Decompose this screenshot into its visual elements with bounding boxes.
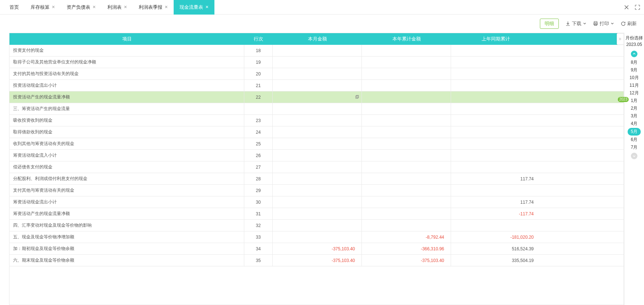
month-item[interactable]: 9月 — [624, 66, 644, 74]
download-button[interactable]: 下载 — [565, 20, 586, 27]
table-row[interactable]: 支付的其他与投资活动有关的现金20 — [9, 68, 624, 80]
cell-year — [362, 80, 451, 91]
cell-last: -181,020.20 — [451, 231, 540, 243]
table-row[interactable]: 吸收投资收到的现金23 — [9, 115, 624, 126]
chevron-down-icon — [583, 22, 586, 26]
table-row[interactable]: 四、汇率变动对现金及现金等价物的影响32 — [9, 220, 624, 231]
month-selector-current: 2023.05 — [626, 42, 642, 47]
cell-item: 四、汇率变动对现金及现金等价物的影响 — [9, 220, 244, 231]
cell-line: 21 — [244, 80, 273, 91]
cell-last — [451, 68, 540, 79]
tab-label: 库存核算 — [31, 4, 50, 11]
cell-item: 吸收投资收到的现金 — [9, 115, 244, 126]
close-icon[interactable]: ✕ — [205, 5, 209, 9]
cell-month — [273, 185, 362, 196]
cell-item: 支付的其他与投资活动有关的现金 — [9, 68, 244, 79]
table-row[interactable]: 支付其他与筹资活动有关的现金29 — [9, 185, 624, 196]
table-row[interactable]: 投资活动产生的现金流量净额22 — [9, 91, 624, 103]
cell-item: 投资支付的现金 — [9, 45, 244, 56]
cell-month — [273, 45, 362, 56]
cell-last — [451, 56, 540, 68]
cell-line: 19 — [244, 56, 273, 68]
month-item[interactable]: 5月 — [628, 128, 641, 136]
copy-icon[interactable] — [355, 95, 359, 99]
close-icon[interactable]: ✕ — [165, 5, 168, 9]
cell-line: 33 — [244, 231, 273, 243]
close-icon[interactable]: ✕ — [92, 5, 96, 9]
cell-month — [273, 68, 362, 79]
print-button[interactable]: 打印 — [593, 20, 614, 27]
table-row[interactable]: 筹资活动产生的现金流量净额31-117.74 — [9, 208, 624, 220]
tabs-bar: 首页库存核算✕资产负债表✕利润表✕利润表季报✕现金流量表✕ — [0, 0, 644, 15]
cell-item: 偿还债务支付的现金 — [9, 161, 244, 173]
tab-5[interactable]: 现金流量表✕ — [174, 0, 214, 15]
cell-year — [362, 91, 451, 103]
month-item[interactable]: 11月 — [624, 82, 644, 89]
table-row[interactable]: 取得子公司及其他营业单位支付的现金净额19 — [9, 56, 624, 68]
month-selector-title: 月份选择 — [625, 35, 643, 41]
table-row[interactable]: 分配股利、利润或偿付利息支付的现金28117.74 — [9, 173, 624, 185]
table-row[interactable]: 投资活动现金流出小计21 — [9, 80, 624, 91]
cell-month — [273, 208, 362, 219]
table-row[interactable]: 取得借款收到的现金24 — [9, 126, 624, 138]
fullscreen-icon[interactable] — [635, 4, 640, 10]
app-root: 首页库存核算✕资产负债表✕利润表✕利润表季报✕现金流量表✕ 明细 下载 打印 刷… — [0, 0, 644, 305]
month-item[interactable]: 4月 — [624, 120, 644, 128]
cell-month — [273, 126, 362, 138]
cell-line: 26 — [244, 150, 273, 161]
cell-month — [273, 231, 362, 243]
cell-month — [273, 138, 362, 149]
cell-year — [362, 45, 451, 56]
cell-year: -366,310.96 — [362, 243, 451, 254]
cell-item: 加：期初现金及现金等价物余额 — [9, 243, 244, 254]
table-row[interactable]: 偿还债务支付的现金27 — [9, 161, 624, 173]
cell-year — [362, 150, 451, 161]
month-up-button[interactable] — [631, 51, 637, 57]
table-row[interactable]: 三、筹资活动产生的现金流量 — [9, 103, 624, 115]
tabs-right-controls — [624, 4, 640, 10]
tab-4[interactable]: 利润表季报✕ — [133, 0, 174, 15]
table-row[interactable]: 五、现金及现金等价物净增加额33-8,792.44-181,020.20 — [9, 231, 624, 243]
download-label: 下载 — [572, 20, 581, 27]
table-row[interactable]: 筹资活动现金流出小计30117.74 — [9, 196, 624, 208]
table-row[interactable]: 筹资活动现金流入小计26 — [9, 150, 624, 161]
tab-0[interactable]: 首页 — [4, 0, 25, 15]
month-item[interactable]: 7月 — [624, 144, 644, 151]
cell-last — [451, 185, 540, 196]
cell-last — [451, 91, 540, 103]
cell-month — [273, 150, 362, 161]
cell-year — [362, 115, 451, 126]
table-body[interactable]: 投资支付的现金18取得子公司及其他营业单位支付的现金净额19支付的其他与投资活动… — [9, 45, 624, 305]
refresh-button[interactable]: 刷新 — [621, 20, 637, 27]
close-icon[interactable]: ✕ — [52, 5, 55, 9]
close-icon[interactable]: ✕ — [124, 5, 127, 9]
detail-button[interactable]: 明细 — [540, 19, 559, 29]
table-row[interactable]: 加：期初现金及现金等价物余额34-375,103.40-366,310.9651… — [9, 243, 624, 255]
cell-last — [451, 220, 540, 231]
tab-3[interactable]: 利润表✕ — [102, 0, 133, 15]
cell-line: 18 — [244, 45, 273, 56]
table-row[interactable]: 六、期末现金及现金等价物余额35-375,103.40-375,103.4033… — [9, 255, 624, 266]
cell-line: 35 — [244, 255, 273, 266]
cell-month — [273, 115, 362, 126]
tab-1[interactable]: 库存核算✕ — [25, 0, 61, 15]
month-item[interactable]: 6月 — [624, 136, 644, 144]
cell-month — [273, 91, 362, 103]
month-item[interactable]: 2月 — [624, 105, 644, 112]
month-down-button[interactable] — [631, 153, 637, 159]
table-row[interactable]: 收到其他与筹资活动有关的现金25 — [9, 138, 624, 150]
table-row[interactable]: 投资支付的现金18 — [9, 45, 624, 56]
chevron-down-icon — [611, 22, 614, 26]
close-all-icon[interactable] — [624, 4, 629, 10]
tab-2[interactable]: 资产负债表✕ — [61, 0, 102, 15]
month-item[interactable]: 3月 — [624, 112, 644, 120]
expand-panel-tab[interactable] — [617, 33, 624, 45]
cell-year — [362, 68, 451, 79]
cell-year — [362, 173, 451, 184]
month-item[interactable]: 10月 — [624, 74, 644, 82]
cell-month — [273, 196, 362, 208]
month-item[interactable]: 8月 — [624, 59, 644, 66]
table-area: 项目 行次 本月金额 本年累计金额 上年同期累计 投资支付的现金18取得子公司及… — [9, 33, 624, 305]
month-item[interactable]: 12月 — [624, 89, 644, 97]
tab-label: 利润表 — [107, 4, 122, 11]
